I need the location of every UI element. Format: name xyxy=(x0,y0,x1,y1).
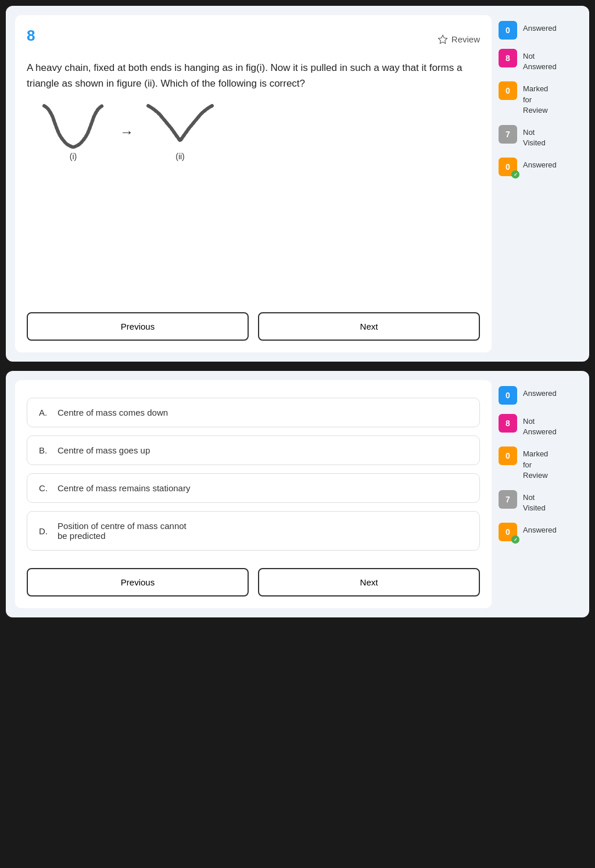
option-b-letter: B. xyxy=(39,445,51,455)
nav-buttons-top: Previous Next xyxy=(27,312,480,341)
option-d-letter: D. xyxy=(39,526,51,536)
not-answered-badge-bottom: 8 xyxy=(499,414,517,433)
checkmark-icon-bottom: ✓ xyxy=(511,535,519,544)
arrow: → xyxy=(120,124,134,140)
star-icon xyxy=(438,34,448,45)
sidebar-answered-marked-bottom: 0 ✓ Answered xyxy=(499,523,580,541)
sidebar-not-visited-bottom: 7 NotVisited xyxy=(499,490,580,513)
sidebar-answered-top: 0 Answered xyxy=(499,21,580,40)
option-a-text: Centre of mass comes down xyxy=(58,408,168,417)
next-button-bottom[interactable]: Next xyxy=(258,568,480,596)
option-a[interactable]: A. Centre of mass comes down xyxy=(27,398,480,427)
options-list: A. Centre of mass comes down B. Centre o… xyxy=(27,392,480,556)
option-d-text: Position of centre of mass cannotbe pred… xyxy=(58,521,187,541)
panel-bottom: A. Centre of mass comes down B. Centre o… xyxy=(6,371,589,617)
figure-ii: (ii) xyxy=(145,103,215,161)
checkmark-icon-top: ✓ xyxy=(511,170,519,178)
sidebar-not-answered-bottom: 8 NotAnswered xyxy=(499,414,580,437)
sidebar-bottom: 0 Answered 8 NotAnswered 0 MarkedforRevi… xyxy=(499,380,580,608)
sidebar-not-visited-top: 7 NotVisited xyxy=(499,125,580,148)
answered-badge-top: 0 xyxy=(499,21,517,40)
option-d[interactable]: D. Position of centre of mass cannotbe p… xyxy=(27,511,480,551)
question-number: 8 xyxy=(27,27,35,45)
nav-buttons-bottom: Previous Next xyxy=(27,568,480,596)
not-visited-label-top: NotVisited xyxy=(523,125,546,148)
not-answered-label-bottom: NotAnswered xyxy=(523,414,557,437)
previous-button-bottom[interactable]: Previous xyxy=(27,568,249,596)
option-c-text: Centre of mass remains stationary xyxy=(58,483,190,493)
sidebar-top: 0 Answered 8 NotAnswered 0 MarkedforRevi… xyxy=(499,15,580,352)
question-text: A heavy chain, fixed at both ends is han… xyxy=(27,60,480,91)
answered-marked-badge-bottom: 0 ✓ xyxy=(499,523,517,541)
answered-label-bottom: Answered xyxy=(523,386,557,399)
fig-label-ii: (ii) xyxy=(175,152,185,161)
option-a-letter: A. xyxy=(39,408,51,417)
figure-i: (i) xyxy=(38,103,108,161)
answered-marked-label-top: Answered xyxy=(523,158,557,170)
next-button-top[interactable]: Next xyxy=(258,312,480,341)
chain-illustration: (i) → (ii) xyxy=(38,103,480,161)
option-c[interactable]: C. Centre of mass remains stationary xyxy=(27,473,480,503)
sidebar-marked-bottom: 0 MarkedforReview xyxy=(499,446,580,481)
option-c-letter: C. xyxy=(39,483,51,493)
panel-top: 8 Review A heavy chain, fixed at both en… xyxy=(6,6,589,362)
sidebar-not-answered-top: 8 NotAnswered xyxy=(499,49,580,72)
marked-label-bottom: MarkedforReview xyxy=(523,446,548,481)
chain-u-svg xyxy=(38,103,108,149)
question-content-bottom: A. Centre of mass comes down B. Centre o… xyxy=(15,380,492,608)
marked-badge-bottom: 0 xyxy=(499,446,517,465)
answered-badge-bottom: 0 xyxy=(499,386,517,405)
answered-marked-label-bottom: Answered xyxy=(523,523,557,535)
answered-marked-badge-top: 0 ✓ xyxy=(499,158,517,176)
option-b-text: Centre of mass goes up xyxy=(58,445,150,455)
not-answered-badge-top: 8 xyxy=(499,49,517,67)
not-visited-badge-top: 7 xyxy=(499,125,517,144)
sidebar-answered-bottom: 0 Answered xyxy=(499,386,580,405)
review-button[interactable]: Review xyxy=(438,34,480,45)
not-answered-label-top: NotAnswered xyxy=(523,49,557,72)
svg-marker-0 xyxy=(438,35,447,43)
answered-label-top: Answered xyxy=(523,21,557,34)
not-visited-label-bottom: NotVisited xyxy=(523,490,546,513)
not-visited-badge-bottom: 7 xyxy=(499,490,517,509)
question-header: 8 Review xyxy=(27,27,480,52)
previous-button-top[interactable]: Previous xyxy=(27,312,249,341)
review-label: Review xyxy=(451,34,480,44)
fig-label-i: (i) xyxy=(70,152,77,161)
option-b[interactable]: B. Centre of mass goes up xyxy=(27,435,480,465)
marked-badge-top: 0 xyxy=(499,81,517,100)
marked-label-top: MarkedforReview xyxy=(523,81,548,116)
sidebar-answered-marked-top: 0 ✓ Answered xyxy=(499,158,580,176)
question-content-top: 8 Review A heavy chain, fixed at both en… xyxy=(15,15,492,352)
sidebar-marked-top: 0 MarkedforReview xyxy=(499,81,580,116)
chain-v-svg xyxy=(145,103,215,149)
